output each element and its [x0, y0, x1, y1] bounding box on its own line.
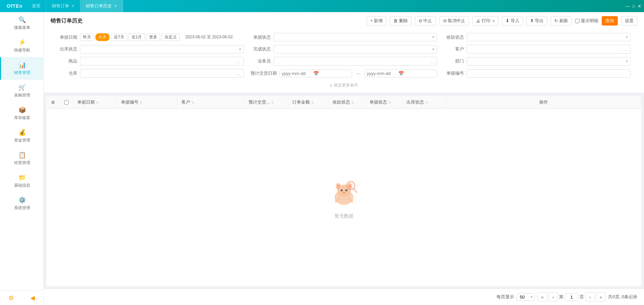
table-header: ⚙ 单据日期 ⇅ 单据编号 ⇅ 客户 ⇅ 预计交货...: [46, 96, 641, 109]
first-page-button[interactable]: «: [538, 292, 547, 302]
col-header-ops: 操作: [446, 96, 641, 109]
close-history-tab[interactable]: ✕: [114, 4, 117, 8]
sidebar-item-basic-info[interactable]: 📁 基础信息: [0, 170, 43, 192]
date-btn-yesterday[interactable]: 昨天: [80, 33, 94, 41]
close-icon[interactable]: ✕: [638, 4, 641, 9]
query-button[interactable]: 查询: [602, 16, 618, 26]
svg-point-5: [348, 184, 351, 189]
delivery-date-end-input[interactable]: [367, 71, 397, 76]
tab-sales-order[interactable]: 销售订单 ✕: [46, 0, 80, 12]
sidebar: 🔍 搜索菜单 ⚡ 快捷导航 📊 销售管理 🛒 采购管理 📦 库存核算 💰 资金管…: [0, 12, 44, 305]
maximize-icon[interactable]: □: [632, 4, 635, 9]
page-size-select[interactable]: 10 20 50 100: [517, 293, 535, 301]
date-btn-custom[interactable]: 自定义: [162, 33, 180, 41]
salesman-input-wrapper: …: [273, 57, 437, 66]
warehouse-input-wrapper: …: [80, 69, 244, 78]
calendar-start-icon[interactable]: 📅: [313, 71, 319, 76]
import-button[interactable]: ⬇ 导入: [502, 16, 523, 26]
stop-button[interactable]: ⊘ 中止: [415, 16, 436, 26]
search-icon: 🔍: [18, 16, 26, 24]
sidebar-item-search[interactable]: 🔍 搜索菜单: [0, 12, 43, 35]
total-info: 共0页, 0条记录: [608, 294, 637, 300]
date-btn-7days[interactable]: 近7天: [111, 33, 127, 41]
col-header-doc-status[interactable]: 单据状态 ⇅: [366, 96, 402, 109]
tab-sales-order-history[interactable]: 销售订单历史 ✕: [80, 0, 123, 12]
table-check-all[interactable]: [60, 97, 73, 108]
col-header-recv-status[interactable]: 收款状态 ⇅: [329, 96, 366, 109]
sidebar-item-system[interactable]: ⚙️ 系统管理: [0, 192, 43, 215]
recv-status-label: 收款状态: [444, 34, 464, 40]
sidebar-item-operations[interactable]: 📋 经营管理: [0, 147, 43, 170]
close-sales-order-tab[interactable]: ✕: [71, 4, 75, 8]
filter-section: 单据日期 昨天 今天 近7天 近1月 更多 自定义 2023-06-02 至 2…: [50, 30, 637, 93]
svg-point-6: [341, 189, 343, 191]
finance-icon: 💰: [18, 129, 26, 136]
settings-button[interactable]: 设置: [621, 16, 637, 26]
sidebar-item-finance[interactable]: 💰 资金管理: [0, 125, 43, 147]
sales-icon: 📊: [18, 61, 26, 69]
doc-status-select[interactable]: [273, 33, 437, 41]
customer-dots[interactable]: …: [623, 46, 628, 52]
refresh-button[interactable]: ↻ 刷新: [551, 16, 572, 26]
complete-status-select[interactable]: [273, 45, 437, 53]
export-button[interactable]: ⬆ 导出: [526, 16, 548, 26]
col-header-out-status[interactable]: 出库状态 ⇅: [402, 96, 446, 109]
cancel-stop-button[interactable]: ⊘ 取消中止: [439, 16, 469, 26]
salesman-input[interactable]: [276, 59, 430, 64]
new-button[interactable]: + 新增: [367, 16, 386, 26]
customer-input[interactable]: [470, 47, 623, 52]
collapse-button[interactable]: ∧ 收起更多条件: [330, 82, 358, 88]
col-header-date[interactable]: 单据日期 ⇅: [73, 96, 117, 109]
last-page-button[interactable]: »: [596, 292, 605, 302]
settings-bottom-icon[interactable]: ⚙: [8, 294, 14, 302]
tab-home[interactable]: 首页: [27, 0, 46, 12]
sidebar-item-inventory[interactable]: 📦 库存核算: [0, 102, 43, 125]
calendar-end-icon[interactable]: 📅: [398, 71, 404, 76]
delete-button[interactable]: 🗑 删除: [390, 16, 412, 26]
check-all-checkbox[interactable]: [64, 100, 69, 105]
filter-dept: 部门 ▾: [444, 57, 631, 66]
print-button[interactable]: 🖨 🖨 打印 打印 ▾: [472, 16, 499, 26]
svg-point-4: [337, 184, 340, 189]
doc-status-select-wrapper: ▾: [273, 33, 437, 41]
col-header-amount[interactable]: 订单金额 ⇅: [288, 96, 329, 109]
goods-input[interactable]: [83, 59, 236, 64]
warehouse-label: 仓库: [57, 70, 77, 76]
show-detail-checkbox[interactable]: [575, 19, 579, 23]
date-btn-today[interactable]: 今天: [95, 33, 110, 41]
out-status-select-wrapper: ▾: [80, 45, 244, 53]
date-btn-1month[interactable]: 近1月: [129, 33, 145, 41]
dept-select[interactable]: [467, 57, 631, 66]
page-number-input[interactable]: [565, 293, 578, 301]
col-header-delivery[interactable]: 预计交货... ⇅: [245, 96, 288, 109]
collapse-row: ∧ 收起更多条件: [57, 81, 631, 89]
sidebar-item-quick-nav[interactable]: ⚡ 快捷导航: [0, 35, 43, 57]
filter-warehouse: 仓库 …: [57, 69, 244, 78]
svg-line-10: [354, 189, 357, 192]
sidebar-item-purchase[interactable]: 🛒 采购管理: [0, 80, 43, 102]
print-dropdown-arrow[interactable]: ▾: [492, 18, 495, 24]
salesman-dots[interactable]: …: [429, 59, 434, 64]
goods-dots[interactable]: …: [236, 59, 241, 64]
page-label: 第: [559, 294, 563, 300]
table-settings-btn[interactable]: ⚙: [46, 97, 60, 108]
recv-status-select[interactable]: [467, 33, 631, 41]
next-page-button[interactable]: ›: [585, 292, 595, 302]
sidebar-item-sales[interactable]: 📊 销售管理: [0, 57, 43, 80]
date-btn-more[interactable]: 更多: [146, 33, 160, 41]
delivery-date-start-input[interactable]: [282, 71, 312, 76]
sort-customer-icon: ⇅: [191, 101, 194, 104]
prev-page-button[interactable]: ‹: [548, 292, 558, 302]
collapse-sidebar-icon[interactable]: ◀: [30, 294, 35, 302]
per-page-label: 每页显示: [497, 294, 514, 300]
dept-select-wrapper: ▾: [467, 57, 631, 66]
warehouse-dots[interactable]: …: [236, 71, 241, 76]
col-header-customer[interactable]: 客户 ⇅: [177, 96, 245, 109]
out-status-select[interactable]: [80, 45, 244, 53]
col-header-doc-num[interactable]: 单据编号 ⇅: [117, 96, 177, 109]
warehouse-input[interactable]: [83, 71, 236, 76]
show-detail-checkbox-label[interactable]: 显示明细: [575, 18, 598, 24]
doc-num-input[interactable]: [467, 69, 631, 78]
sort-outstatus-icon: ⇅: [425, 101, 428, 104]
minimize-icon[interactable]: —: [625, 4, 630, 9]
